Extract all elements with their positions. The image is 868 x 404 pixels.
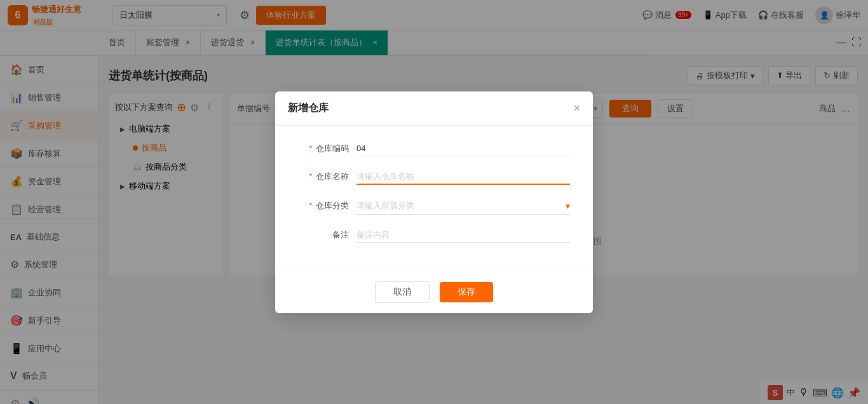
modal-body: * 仓库编码 * 仓库名称 * 仓库分类 请输入所属 bbox=[275, 126, 593, 271]
name-label: * 仓库名称 bbox=[298, 171, 349, 182]
save-button[interactable]: 保存 bbox=[440, 282, 493, 302]
warehouse-code-input[interactable] bbox=[356, 141, 570, 156]
cancel-button[interactable]: 取消 bbox=[375, 281, 430, 303]
warehouse-category-select[interactable]: 请输入所属分类 ▾ bbox=[356, 198, 570, 215]
note-label: 备注 bbox=[298, 229, 349, 241]
form-row-category: * 仓库分类 请输入所属分类 ▾ bbox=[298, 198, 570, 215]
warehouse-note-input[interactable] bbox=[356, 227, 570, 243]
add-warehouse-modal: 新增仓库 × * 仓库编码 * 仓库名称 bbox=[275, 91, 593, 313]
modal-header: 新增仓库 × bbox=[275, 91, 593, 126]
form-row-code: * 仓库编码 bbox=[298, 141, 570, 156]
form-row-name: * 仓库名称 bbox=[298, 169, 570, 185]
category-label: * 仓库分类 bbox=[298, 200, 349, 212]
modal-title: 新增仓库 bbox=[288, 102, 329, 115]
category-dropdown-icon: ▾ bbox=[566, 201, 570, 211]
form-row-note: 备注 bbox=[298, 227, 570, 243]
code-label: * 仓库编码 bbox=[298, 143, 349, 154]
modal-overlay: 新增仓库 × * 仓库编码 * 仓库名称 bbox=[0, 0, 868, 404]
modal-close-button[interactable]: × bbox=[573, 102, 580, 115]
warehouse-name-input[interactable] bbox=[356, 169, 570, 185]
modal-footer: 取消 保存 bbox=[275, 271, 593, 313]
